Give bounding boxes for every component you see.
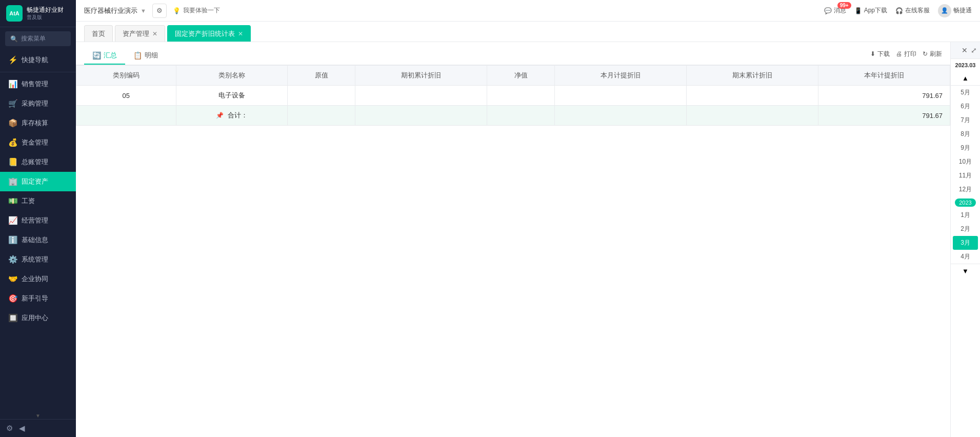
scroll-down-icon: ▼: [35, 413, 41, 419]
col-monthly-dep: 本月计提折旧: [555, 66, 687, 86]
expand-panel-icon[interactable]: ⤢: [971, 46, 977, 54]
month-6[interactable]: 6月: [951, 100, 980, 113]
settings-button[interactable]: ⚙: [6, 424, 13, 433]
total-beginning-acc: [355, 106, 487, 126]
logo-icon: AtA: [6, 5, 23, 22]
content-area: 🔄 汇总 📋 明细 ⬇ 下载 🖨 打印: [76, 42, 980, 437]
tab-home[interactable]: 首页: [84, 25, 113, 42]
download-icon: 📱: [854, 7, 862, 14]
sidebar-item-label: 新手引导: [22, 294, 48, 303]
total-original: [288, 106, 355, 126]
guide-icon: 🎯: [8, 294, 17, 303]
tab-label: 首页: [92, 29, 105, 38]
sidebar-item-inventory[interactable]: 📦 库存核算: [0, 113, 76, 133]
month-1[interactable]: 1月: [951, 208, 980, 222]
user-name: 畅捷通: [953, 6, 972, 15]
search-label: 搜索菜单: [21, 34, 46, 43]
month-8[interactable]: 8月: [951, 127, 980, 141]
total-annual-dep: 791.67: [818, 106, 950, 126]
right-panel: ✕ ⤢ 2023.03 ▲ 5月 6月 7月 8月 9月 10月 11月 12月…: [950, 42, 980, 437]
app-download-button[interactable]: 📱 App下载: [854, 6, 887, 15]
sidebar-item-label: 系统管理: [22, 255, 48, 264]
sidebar-item-guide[interactable]: 🎯 新手引导: [0, 289, 76, 308]
scroll-down-area[interactable]: ▼: [951, 264, 980, 278]
table-row: 05 电子设备 791.67: [76, 86, 950, 106]
online-service-label: 在线客服: [905, 6, 930, 15]
sub-tab-summary[interactable]: 🔄 汇总: [84, 47, 125, 65]
sidebar-item-ledger[interactable]: 📒 总账管理: [0, 152, 76, 172]
fixed-assets-icon: 🏢: [8, 177, 17, 186]
sidebar-scroll-down[interactable]: ▼: [0, 412, 76, 419]
month-10[interactable]: 10月: [951, 155, 980, 169]
company-selector[interactable]: 医疗器械行业演示 ▼: [84, 6, 146, 15]
col-name: 类别名称: [176, 66, 288, 86]
online-service-button[interactable]: 🎧 在线客服: [895, 6, 930, 15]
app-center-icon: 🔲: [8, 313, 17, 323]
experience-button[interactable]: 💡 我要体验一下: [173, 6, 220, 15]
search-area[interactable]: 🔍 搜索菜单: [0, 27, 76, 50]
month-7[interactable]: 7月: [951, 113, 980, 127]
total-monthly-dep: [555, 106, 687, 126]
sidebar-item-sales[interactable]: 📊 销售管理: [0, 74, 76, 94]
download-button[interactable]: ⬇ 下载: [870, 50, 890, 58]
month-9[interactable]: 9月: [951, 141, 980, 155]
sidebar-item-system[interactable]: ⚙️ 系统管理: [0, 250, 76, 269]
month-4[interactable]: 4月: [951, 250, 980, 264]
purchase-icon: 🛒: [8, 99, 17, 108]
scroll-up-area[interactable]: ▲: [951, 71, 980, 86]
search-button[interactable]: 🔍 搜索菜单: [5, 31, 71, 46]
total-icon: 📌: [216, 112, 224, 119]
collapse-button[interactable]: ◀: [19, 424, 25, 433]
sidebar-bottom: ⚙ ◀: [0, 419, 76, 437]
cell-monthly-dep: [555, 86, 687, 106]
month-5[interactable]: 5月: [951, 86, 980, 100]
message-button[interactable]: 💬 消息 99+: [824, 6, 846, 15]
sub-tab-label: 汇总: [104, 51, 117, 60]
current-period-label: 2023.03: [954, 59, 977, 71]
table-container: 类别编码 类别名称 原值 期初累计折旧 净值 本月计提折旧 期末累计折旧 本年计…: [76, 65, 950, 126]
refresh-icon: ↻: [923, 50, 928, 57]
month-3-current[interactable]: 3月: [953, 236, 978, 250]
tab-bar: 首页 资产管理 ✕ 固定资产折旧统计表 ✕: [76, 22, 980, 42]
col-code: 类别编码: [76, 66, 176, 86]
sidebar-item-fixed-assets[interactable]: 🏢 固定资产: [0, 172, 76, 191]
print-button[interactable]: 🖨 打印: [896, 50, 916, 58]
company-name: 医疗器械行业演示: [84, 6, 137, 15]
month-2[interactable]: 2月: [951, 222, 980, 236]
cell-net-value: [487, 86, 555, 106]
total-name: 📌 合计：: [176, 106, 288, 126]
sidebar-item-basic-info[interactable]: ℹ️ 基础信息: [0, 230, 76, 250]
user-menu[interactable]: 👤 畅捷通: [938, 4, 972, 17]
panel-header: ✕ ⤢: [951, 42, 980, 59]
tab-asset-mgmt[interactable]: 资产管理 ✕: [115, 25, 165, 42]
user-icon: 👤: [941, 7, 948, 14]
basic-info-icon: ℹ️: [8, 235, 17, 245]
collab-icon: 🤝: [8, 274, 17, 284]
close-panel-icon[interactable]: ✕: [962, 46, 968, 54]
sidebar-item-quick-nav[interactable]: ⚡ 快捷导航: [0, 50, 76, 70]
sidebar-item-funds[interactable]: 💰 资金管理: [0, 133, 76, 152]
tab-depreciation[interactable]: 固定资产折旧统计表 ✕: [167, 25, 251, 42]
refresh-button[interactable]: ↻ 刷新: [923, 50, 942, 58]
sidebar-item-label: 企业协同: [22, 274, 48, 284]
sidebar-item-operations[interactable]: 📈 经营管理: [0, 211, 76, 230]
sidebar-item-collab[interactable]: 🤝 企业协同: [0, 269, 76, 289]
tab-close-icon[interactable]: ✕: [152, 30, 157, 37]
total-ending-acc: [687, 106, 818, 126]
chevron-down-icon: ▼: [141, 8, 146, 14]
sub-tab-detail[interactable]: 📋 明细: [125, 47, 166, 65]
header-settings-button[interactable]: ⚙: [152, 4, 167, 18]
month-12[interactable]: 12月: [951, 183, 980, 196]
cell-code: 05: [76, 86, 176, 106]
sidebar: AtA 畅捷通好业财 普及版 🔍 搜索菜单 ⚡ 快捷导航 📊 销售管理 🛒 采购…: [0, 0, 76, 437]
sidebar-item-app-center[interactable]: 🔲 应用中心: [0, 308, 76, 328]
current-year-months: 1月 2月 3月 4月: [951, 208, 980, 264]
prev-year-months: 5月 6月 7月 8月 9月 10月 11月 12月: [951, 86, 980, 196]
sidebar-item-label: 应用中心: [22, 313, 48, 323]
summary-icon: 🔄: [92, 51, 101, 59]
sidebar-item-payroll[interactable]: 💵 工资: [0, 191, 76, 211]
message-badge: 99+: [837, 2, 851, 9]
month-11[interactable]: 11月: [951, 169, 980, 183]
tab-close-icon[interactable]: ✕: [238, 30, 243, 37]
sidebar-item-purchase[interactable]: 🛒 采购管理: [0, 94, 76, 113]
